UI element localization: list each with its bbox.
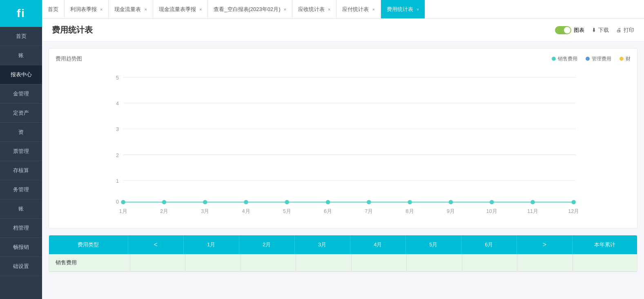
svg-text:3: 3 <box>116 126 119 132</box>
td-sales-m1 <box>185 254 241 271</box>
tab-home[interactable]: 首页 <box>42 0 65 18</box>
svg-point-15 <box>244 200 248 204</box>
svg-text:11月: 11月 <box>527 208 538 214</box>
th-month2: 2月 <box>239 235 295 254</box>
td-sales-m3 <box>296 254 351 271</box>
next-arrow-icon[interactable]: > <box>543 241 546 248</box>
svg-text:3月: 3月 <box>201 208 209 214</box>
tab-cashflow-quarterly[interactable]: 现金流量表季报 × <box>153 0 208 18</box>
page-title: 费用统计表 <box>52 24 93 35</box>
svg-text:12月: 12月 <box>568 208 579 214</box>
prev-arrow-icon[interactable]: < <box>154 241 157 248</box>
chart-toggle-label: 图表 <box>574 27 584 34</box>
table-section: 费用类型 < 1月 2月 3月 4月 5月 6月 > 本年累计 销售费用 <box>49 235 637 272</box>
svg-text:1月: 1月 <box>119 208 127 214</box>
svg-text:2: 2 <box>116 153 119 158</box>
sidebar-item-archive[interactable]: 档管理 <box>0 219 42 238</box>
sidebar-item-inventory[interactable]: 存核算 <box>0 161 42 180</box>
svg-text:5: 5 <box>116 75 119 81</box>
td-type-sales: 销售费用 <box>49 254 130 271</box>
td-sales-m5 <box>407 254 462 271</box>
tab-close-expense-stats[interactable]: × <box>417 7 419 12</box>
svg-point-16 <box>285 200 290 204</box>
sidebar-item-home[interactable]: 首页 <box>0 27 42 46</box>
td-sales-ytd <box>573 254 637 271</box>
th-month6: 6月 <box>461 235 517 254</box>
legend-finance: 财 <box>619 55 631 62</box>
sidebar-item-finance[interactable]: 金管理 <box>0 84 42 104</box>
sidebar-item-resource[interactable]: 资 <box>0 123 42 142</box>
download-button[interactable]: ⬇ 下载 <box>592 27 609 34</box>
svg-point-18 <box>367 200 371 204</box>
chart-toggle-wrap: 图表 <box>555 26 584 34</box>
chart-legend: 销售费用 管理费用 财 <box>552 55 631 62</box>
svg-point-12 <box>121 200 125 204</box>
legend-admin: 管理费用 <box>586 55 611 62</box>
legend-dot-finance <box>619 57 624 61</box>
th-month1: 1月 <box>184 235 239 254</box>
svg-point-20 <box>449 200 453 204</box>
chart-svg: 5 4 3 2 1 0 <box>56 66 631 221</box>
td-empty-1 <box>130 254 185 271</box>
svg-text:10月: 10月 <box>486 208 497 214</box>
chart-container: 5 4 3 2 1 0 <box>56 66 631 221</box>
th-nav-prev[interactable]: < <box>128 235 184 254</box>
legend-sales: 销售费用 <box>552 55 577 62</box>
th-month3: 3月 <box>295 235 350 254</box>
sidebar-item-assets[interactable]: 定资产 <box>0 104 42 123</box>
tab-close-profit[interactable]: × <box>100 7 103 12</box>
chart-title: 费用趋势图 <box>56 55 82 62</box>
sidebar-item-invoice[interactable]: 票管理 <box>0 142 42 161</box>
svg-point-22 <box>530 200 535 204</box>
legend-label-finance: 财 <box>626 55 631 62</box>
sidebar-item-reports[interactable]: 报表中心 <box>0 65 42 84</box>
sidebar-item-service[interactable]: 务管理 <box>0 180 42 199</box>
table-header-row: 费用类型 < 1月 2月 3月 4月 5月 6月 > 本年累计 <box>49 235 637 254</box>
td-sales-m6 <box>462 254 517 271</box>
tab-close-cashflow-quarterly[interactable]: × <box>199 7 202 12</box>
tab-close-payable[interactable]: × <box>372 7 374 12</box>
sidebar-logo: fi <box>0 0 42 27</box>
tab-close-cashflow[interactable]: × <box>144 7 147 12</box>
tab-receivable[interactable]: 应收统计表 × <box>292 0 336 18</box>
legend-label-admin: 管理费用 <box>592 55 611 62</box>
svg-text:1: 1 <box>116 178 119 184</box>
main-area: 首页 利润表季报 × 现金流量表 × 现金流量表季报 × 查看_空白报表(202… <box>42 0 644 299</box>
th-ytd: 本年累计 <box>573 235 637 254</box>
table-row-sales: 销售费用 <box>49 254 637 272</box>
tab-expense-stats[interactable]: 费用统计表 × <box>381 0 425 18</box>
print-button[interactable]: 🖨 打印 <box>616 27 634 34</box>
th-month4: 4月 <box>350 235 406 254</box>
svg-text:4月: 4月 <box>242 208 250 214</box>
tab-payable[interactable]: 应付统计表 × <box>336 0 381 18</box>
svg-point-21 <box>490 200 494 204</box>
svg-point-23 <box>571 200 576 204</box>
svg-text:6月: 6月 <box>324 208 332 214</box>
tab-close-receivable[interactable]: × <box>328 7 330 12</box>
th-month5: 5月 <box>406 235 461 254</box>
sidebar-item-ledger[interactable]: 账 <box>0 199 42 219</box>
sidebar: fi 首页 账 报表中心 金管理 定资产 资 票管理 存核算 务管理 账 档管理… <box>0 0 42 299</box>
svg-text:4: 4 <box>116 101 119 106</box>
td-sales-m2 <box>241 254 296 271</box>
tab-cashflow[interactable]: 现金流量表 × <box>109 0 153 18</box>
chart-toggle[interactable] <box>555 26 571 34</box>
svg-text:7月: 7月 <box>365 208 373 214</box>
th-nav-next[interactable]: > <box>517 235 573 254</box>
svg-text:2月: 2月 <box>160 208 168 214</box>
sidebar-item-settings[interactable]: 础设置 <box>0 257 42 276</box>
download-icon: ⬇ <box>592 27 596 33</box>
svg-text:5月: 5月 <box>283 208 291 214</box>
svg-text:8月: 8月 <box>406 208 414 214</box>
tab-profit[interactable]: 利润表季报 × <box>65 0 109 18</box>
tab-blank-report[interactable]: 查看_空白报表(2023年02月) × <box>208 0 292 18</box>
svg-point-14 <box>203 200 207 204</box>
svg-text:0: 0 <box>116 199 119 205</box>
legend-dot-admin <box>586 57 590 61</box>
tab-close-blank-report[interactable]: × <box>284 7 286 12</box>
th-type: 费用类型 <box>49 235 128 254</box>
svg-text:9月: 9月 <box>447 208 455 214</box>
td-sales-m4 <box>352 254 407 271</box>
sidebar-item-account[interactable]: 账 <box>0 46 42 65</box>
sidebar-item-expense[interactable]: 畅报销 <box>0 238 42 257</box>
